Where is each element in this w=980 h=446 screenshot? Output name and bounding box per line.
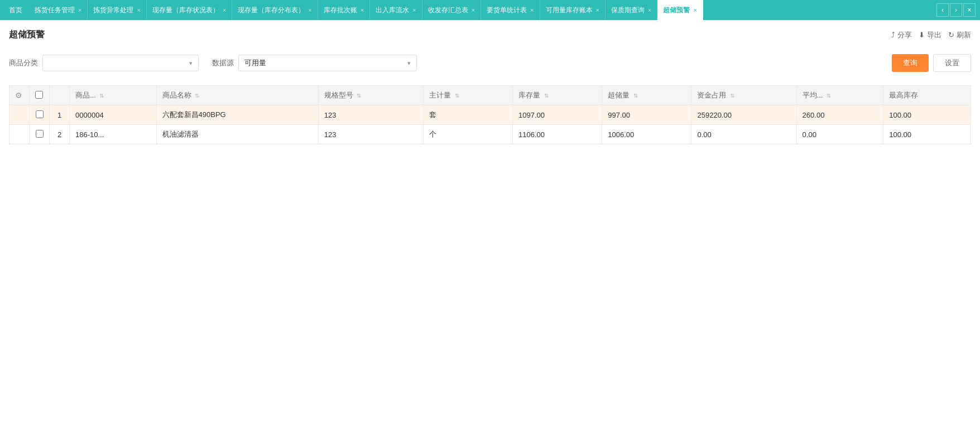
nav-prev-button[interactable]: ‹ [936, 3, 949, 17]
row-num-cell: 1 [50, 105, 70, 125]
row-stock-cell: 1097.00 [513, 105, 602, 125]
refresh-icon: ↻ [948, 31, 954, 39]
nav-arrows: ‹ › × [936, 3, 978, 17]
nav-tab-stock-dist[interactable]: 现存量（库存分布表） × [232, 0, 318, 20]
tab-label: 可用量库存账本 [546, 6, 593, 15]
refresh-button[interactable]: ↻ 刷新 [948, 30, 971, 40]
tab-close-icon[interactable]: × [78, 7, 81, 13]
spec-column-header[interactable]: 规格型号 ⇅ [318, 86, 423, 105]
row-spec-cell: 123 [318, 125, 423, 144]
row-max-stock-cell: 100.00 [883, 105, 971, 125]
overstock-column-header[interactable]: 超储量 ⇅ [602, 86, 691, 105]
capital-column-header[interactable]: 资金占用 ⇅ [691, 86, 796, 105]
spec-header-label: 规格型号 [324, 91, 353, 99]
tab-close-icon[interactable]: × [472, 7, 475, 13]
avg-column-header[interactable]: 平均... ⇅ [796, 86, 883, 105]
sort-icon: ⇅ [730, 93, 734, 99]
sort-icon: ⇅ [827, 93, 831, 99]
tab-close-icon[interactable]: × [596, 7, 599, 13]
tab-close-icon[interactable]: × [223, 7, 226, 13]
nav-tab-available-ledger[interactable]: 可用量库存账本 × [540, 0, 606, 20]
tab-label: 保质期查询 [611, 6, 645, 15]
nav-tab-recv-send[interactable]: 收发存汇总表 × [422, 0, 481, 20]
product-name-header-label: 商品名称 [162, 91, 191, 99]
tab-close-icon[interactable]: × [308, 7, 311, 13]
tab-label: 现存量（库存分布表） [238, 6, 305, 15]
stock-header-label: 库存量 [518, 91, 540, 99]
row-overstock-cell: 997.00 [602, 105, 691, 125]
query-button[interactable]: 查询 [892, 54, 929, 72]
export-label: 导出 [927, 30, 941, 40]
select-all-checkbox[interactable] [35, 91, 43, 99]
nav-tab-quality-check[interactable]: 保质期查询 × [606, 0, 657, 20]
sort-icon: ⇅ [455, 93, 459, 99]
nav-tab-stock-status[interactable]: 现存量（库存状况表） × [147, 0, 232, 20]
nav-tab-task-mgmt[interactable]: 拣货任务管理 × [29, 0, 88, 20]
tab-close-icon[interactable]: × [693, 7, 696, 13]
sort-icon: ⇅ [195, 93, 199, 99]
row-product-code-cell: 186-10... [70, 125, 157, 144]
export-button[interactable]: ⬇ 导出 [919, 30, 941, 40]
filter-actions: 查询 设置 [892, 54, 971, 72]
nav-tab-batch-ledger[interactable]: 库存批次账 × [318, 0, 370, 20]
row-capital-cell: 0.00 [691, 125, 796, 144]
table-header-row: ⚙ 商品... ⇅ 商品名称 ⇅ 规格型号 ⇅ [9, 86, 971, 105]
row-product-name-cell: 六配套新昌490BPG [156, 105, 318, 125]
tab-label: 收发存汇总表 [428, 6, 468, 15]
datasource-select[interactable]: 可用量 ▾ [238, 55, 417, 71]
tab-label: 要货单统计表 [487, 6, 527, 15]
nav-close-button[interactable]: × [963, 3, 976, 17]
tab-label: 拣货异常处理 [93, 6, 133, 15]
page-header: 超储预警 ⤴ 分享 ⬇ 导出 ↻ 刷新 [9, 29, 971, 41]
data-table: ⚙ 商品... ⇅ 商品名称 ⇅ 规格型号 ⇅ [9, 85, 971, 144]
filter-bar: 商品分类 ▾ 数据源 可用量 ▾ 查询 设置 [9, 50, 971, 76]
nav-next-button[interactable]: › [950, 3, 962, 17]
tab-close-icon[interactable]: × [361, 7, 364, 13]
nav-tab-order-stats[interactable]: 要货单统计表 × [481, 0, 540, 20]
row-avg-cell: 0.00 [796, 125, 883, 144]
checkbox-column-header [30, 86, 50, 105]
nav-tab-in-out-flow[interactable]: 出入库流水 × [370, 0, 422, 20]
gear-column-header: ⚙ [9, 86, 30, 105]
row-gear-cell [9, 105, 30, 125]
max-stock-header-label: 最高库存 [889, 91, 918, 99]
category-select[interactable]: ▾ [42, 55, 199, 71]
nav-tab-home[interactable]: 首页 [2, 6, 29, 15]
datasource-chevron-down-icon: ▾ [407, 60, 411, 67]
nav-tab-abnormal[interactable]: 拣货异常处理 × [88, 0, 146, 20]
nav-tab-overstock-alert[interactable]: 超储预警 × [657, 0, 703, 20]
product-name-column-header[interactable]: 商品名称 ⇅ [156, 86, 318, 105]
gear-settings-icon[interactable]: ⚙ [15, 91, 22, 100]
share-button[interactable]: ⤴ 分享 [891, 30, 912, 40]
tab-close-icon[interactable]: × [530, 7, 534, 13]
capital-header-label: 资金占用 [697, 91, 726, 99]
sort-icon: ⇅ [633, 93, 638, 99]
product-code-header-label: 商品... [75, 91, 96, 99]
tab-close-icon[interactable]: × [137, 7, 140, 13]
row-gear-cell [9, 125, 30, 144]
overstock-header-label: 超储量 [608, 91, 630, 99]
header-actions: ⤴ 分享 ⬇ 导出 ↻ 刷新 [891, 30, 971, 40]
row-spec-cell: 123 [318, 105, 423, 125]
row-max-stock-cell: 100.00 [883, 125, 971, 144]
table-row: 1 0000004 六配套新昌490BPG 123 套 1097.00 997.… [9, 105, 971, 125]
row-checkbox[interactable] [36, 130, 44, 138]
table-row: 2 186-10... 机油滤清器 123 个 1106.00 1006.00 … [9, 125, 971, 144]
tab-label: 出入库流水 [376, 6, 409, 15]
product-code-column-header[interactable]: 商品... ⇅ [70, 86, 157, 105]
tab-close-icon[interactable]: × [412, 7, 416, 13]
row-overstock-cell: 1006.00 [602, 125, 691, 144]
datasource-select-text: 可用量 [244, 58, 407, 68]
row-unit-cell: 套 [423, 105, 512, 125]
row-checkbox-cell [30, 105, 50, 125]
top-navigation: 首页 拣货任务管理 × 拣货异常处理 × 现存量（库存状况表） × 现存量（库存… [0, 0, 980, 20]
sort-icon: ⇅ [544, 93, 549, 99]
max-stock-column-header[interactable]: 最高库存 [883, 86, 971, 105]
row-checkbox[interactable] [36, 110, 44, 118]
category-filter: 商品分类 ▾ [9, 55, 199, 71]
unit-column-header[interactable]: 主计量 ⇅ [423, 86, 512, 105]
avg-header-label: 平均... [803, 91, 823, 99]
stock-column-header[interactable]: 库存量 ⇅ [513, 86, 602, 105]
settings-button[interactable]: 设置 [933, 54, 971, 72]
tab-close-icon[interactable]: × [648, 7, 651, 13]
